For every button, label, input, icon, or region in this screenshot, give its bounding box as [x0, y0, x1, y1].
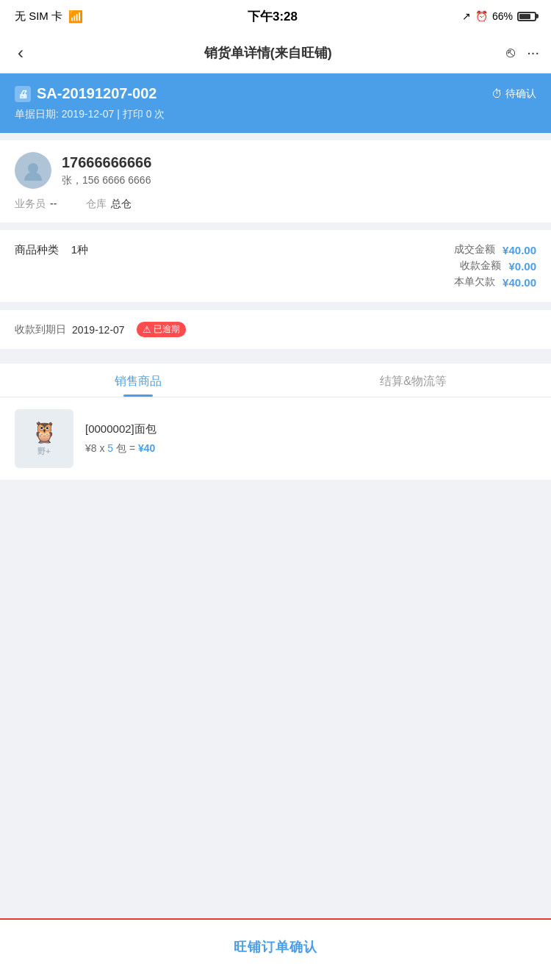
product-formula: ¥8 x 5 包 = ¥40: [85, 442, 536, 455]
product-thumbnail: 🦉 野+: [15, 409, 73, 468]
status-left: 无 SIM 卡 📶: [15, 10, 83, 24]
order-date: 单据日期: 2019-12-07 | 打印 0 次: [15, 108, 536, 121]
owed-amount-row: 本单欠款 ¥40.00: [454, 275, 536, 289]
customer-meta: 业务员 -- 仓库 总仓: [15, 198, 536, 211]
summary-left: 商品种类 1种: [15, 243, 88, 257]
warning-icon: ⚠: [143, 324, 151, 335]
summary-right: 成交金额 ¥40.00 收款金额 ¥0.00 本单欠款 ¥40.00: [454, 243, 536, 289]
avatar: [15, 152, 51, 189]
warehouse-field: 仓库 总仓: [86, 198, 132, 211]
goods-types-field: 商品种类 1种: [15, 243, 88, 257]
product-info: [0000002]面包 ¥8 x 5 包 = ¥40: [85, 422, 536, 455]
status-bar: 无 SIM 卡 📶 下午3:28 ↗ ⏰ 66%: [0, 0, 551, 32]
due-date-card: 收款到期日 2019-12-07 ⚠ 已逾期: [0, 310, 551, 349]
carrier-text: 无 SIM 卡: [15, 10, 62, 24]
warehouse-value: 总仓: [111, 198, 132, 211]
product-list: 🦉 野+ [0000002]面包 ¥8 x 5 包 = ¥40: [0, 397, 551, 480]
salesperson-value: --: [50, 198, 57, 211]
product-item: 🦉 野+ [0000002]面包 ¥8 x 5 包 = ¥40: [0, 397, 551, 480]
divider-1: [0, 223, 551, 230]
equals-sign: =: [129, 442, 138, 454]
order-id: 🖨 SA-20191207-002: [15, 85, 156, 102]
location-icon: ↗: [462, 10, 471, 22]
received-label: 收款金额: [460, 259, 501, 273]
customer-top: 17666666666 张，156 6666 6666: [15, 152, 536, 189]
received-amount-row: 收款金额 ¥0.00: [460, 259, 536, 273]
transaction-amount-row: 成交金额 ¥40.00: [454, 243, 536, 256]
price-text: ¥8: [85, 442, 97, 454]
multiply-sign: x: [99, 442, 107, 454]
page-title: 销货单详情(来自旺铺): [204, 44, 332, 62]
bottom-bar: 旺铺订单确认: [0, 918, 551, 980]
order-header: 🖨 SA-20191207-002 ⏱ 待确认 单据日期: 2019-12-07…: [0, 73, 551, 133]
back-button[interactable]: ‹: [12, 37, 29, 69]
divider-3: [0, 349, 551, 356]
battery-icon: [517, 12, 536, 21]
more-button[interactable]: ···: [527, 44, 539, 61]
order-status: ⏱ 待确认: [491, 87, 536, 101]
warehouse-label: 仓库: [86, 198, 107, 211]
status-time: 下午3:28: [248, 8, 298, 25]
divider-2: [0, 302, 551, 309]
tabs: 销售商品 结算&物流等: [0, 364, 551, 397]
summary-card: 商品种类 1种 成交金额 ¥40.00 收款金额 ¥0.00 本单欠款 ¥40.…: [0, 230, 551, 302]
salesperson-field: 业务员 --: [15, 198, 57, 211]
owed-amount: ¥40.00: [503, 276, 536, 289]
due-date-label: 收款到期日: [15, 323, 66, 336]
unit-text: 包: [116, 442, 126, 454]
transaction-label: 成交金额: [454, 243, 495, 256]
product-name: [0000002]面包: [85, 422, 536, 436]
overdue-text: 已逾期: [154, 323, 180, 336]
salesperson-label: 业务员: [15, 198, 46, 211]
confirm-order-button[interactable]: 旺铺订单确认: [15, 929, 536, 965]
tab-settlement-logistics[interactable]: 结算&物流等: [276, 364, 551, 397]
svg-point-0: [28, 163, 38, 173]
product-thumb-label: 野+: [37, 446, 50, 457]
order-header-top: 🖨 SA-20191207-002 ⏱ 待确认: [15, 85, 536, 102]
nav-bar: ‹ 销货单详情(来自旺铺) ⎋ ···: [0, 32, 551, 73]
empty-area: [0, 480, 551, 627]
product-thumb-icon: 🦉: [32, 420, 57, 444]
customer-phone: 17666666666: [62, 154, 536, 171]
battery-text: 66%: [492, 10, 513, 22]
due-date-value: 2019-12-07: [72, 324, 125, 336]
owed-label: 本单欠款: [454, 275, 495, 289]
customer-info: 17666666666 张，156 6666 6666: [62, 154, 536, 187]
nav-actions: ⎋ ···: [506, 44, 539, 61]
transaction-amount: ¥40.00: [503, 244, 536, 256]
clock-icon: ⏱: [491, 87, 503, 100]
quantity-value: 5: [107, 442, 113, 454]
product-total: ¥40: [138, 442, 155, 454]
wifi-icon: 📶: [68, 10, 83, 24]
alarm-icon: ⏰: [475, 10, 488, 22]
received-amount: ¥0.00: [508, 260, 536, 273]
order-icon: 🖨: [15, 86, 31, 102]
tab-sales-products[interactable]: 销售商品: [0, 364, 276, 397]
status-right: ↗ ⏰ 66%: [462, 10, 536, 22]
summary-grid: 商品种类 1种 成交金额 ¥40.00 收款金额 ¥0.00 本单欠款 ¥40.…: [15, 243, 536, 289]
overdue-badge: ⚠ 已逾期: [137, 322, 186, 337]
share-button[interactable]: ⎋: [506, 44, 515, 61]
customer-name: 张，156 6666 6666: [62, 174, 536, 187]
customer-card: 17666666666 张，156 6666 6666 业务员 -- 仓库 总仓: [0, 140, 551, 223]
